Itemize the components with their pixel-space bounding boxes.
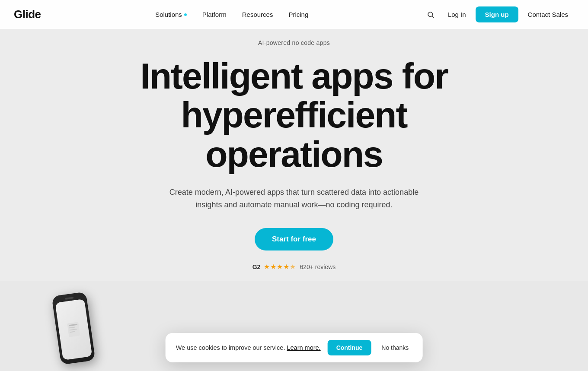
cookie-continue-button[interactable]: Continue [328,340,371,355]
solutions-dot-icon [184,13,187,16]
cookie-banner: We use cookies to improve our service. L… [166,333,423,362]
phone-body [51,292,95,365]
login-button[interactable]: Log In [442,7,472,22]
cookie-message: We use cookies to improve our service. L… [176,344,321,351]
nav-item-platform[interactable]: Platform [196,7,233,22]
hero-eyebrow: AI-powered no code apps [258,39,330,46]
hero-title: Intelligent apps for hyperefficient oper… [99,57,489,174]
contact-sales-button[interactable]: Contact Sales [522,7,574,22]
logo[interactable]: Glide [14,8,41,21]
phone-screen [55,299,92,360]
logo-text: Glide [14,8,41,21]
rating-source: G2 [252,263,261,270]
signup-button[interactable]: Sign up [476,6,518,22]
nav-center: Solutions Platform Resources Pricing [149,7,314,22]
hero-subtitle: Create modern, AI-powered apps that turn… [156,186,432,211]
hero-section: AI-powered no code apps Intelligent apps… [0,0,588,281]
nav-item-pricing[interactable]: Pricing [282,7,314,22]
phone-mockup [56,294,99,371]
rating-count: 620+ reviews [300,263,336,270]
nav-item-solutions[interactable]: Solutions [149,7,193,22]
nav-item-resources[interactable]: Resources [236,7,279,22]
svg-line-1 [432,16,433,17]
cookie-learn-more-link[interactable]: Learn more. [287,344,320,351]
cookie-no-thanks-button[interactable]: No thanks [378,340,412,355]
phone-screen-content [66,320,81,339]
rating-stars: ★★★★★ [264,263,296,271]
rating-row: G2 ★★★★★ 620+ reviews [252,263,336,271]
navbar: Glide Solutions Platform Resources Prici… [0,0,588,29]
nav-right: Log In Sign up Contact Sales [423,6,574,22]
search-button[interactable] [423,7,438,22]
search-icon [427,11,435,19]
cta-button[interactable]: Start for free [255,228,333,251]
